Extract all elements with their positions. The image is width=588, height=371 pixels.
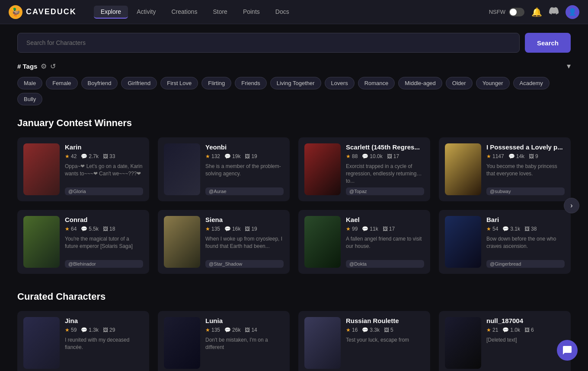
section-title-contest: January Contest Winners	[17, 117, 571, 129]
tag-male[interactable]: Male	[17, 77, 42, 89]
card-image-siena	[164, 216, 200, 268]
card-content-jina: Jina ★59 💬1.3k 🖼29 I reunited with my de…	[65, 317, 143, 369]
search-button[interactable]: Search	[525, 33, 571, 53]
nav-activity[interactable]: Activity	[130, 6, 163, 19]
card-null[interactable]: null_187004 ★21 💬1.0k 🖼6 [Deleted text]	[439, 311, 571, 371]
card-content-null: null_187004 ★21 💬1.0k 🖼6 [Deleted text]	[486, 317, 565, 369]
main-content: Search # Tags ⚙ ↺ ▾ Male Female Boyfrien…	[0, 24, 588, 371]
card-author-yeonbi: @Aurae	[205, 187, 284, 195]
tag-friends[interactable]: Friends	[235, 77, 266, 89]
user-avatar[interactable]: 👤	[566, 5, 579, 19]
card-image-null	[445, 317, 481, 369]
card-name-kael: Kael	[346, 216, 424, 223]
card-russian-roulette[interactable]: Russian Roulette ★16 💬3.3k 🖼5 Test your …	[298, 311, 430, 371]
card-karin[interactable]: Karin ★42 💬2.7k 🖼33 Oppa~❤ Let's go on a…	[17, 137, 149, 201]
card-image-conrad	[23, 216, 60, 268]
search-input[interactable]	[17, 33, 520, 53]
card-desc-russian: Test your luck, escape from	[346, 336, 424, 369]
nav-store[interactable]: Store	[206, 6, 234, 19]
card-desc-scarlett: Exorcist trapped in a cycle of regressio…	[346, 163, 424, 184]
tag-lovers[interactable]: Lovers	[325, 77, 355, 89]
tags-settings-icon[interactable]: ⚙	[41, 62, 47, 70]
card-name-lunia: Lunia	[205, 317, 284, 324]
card-image-russian	[304, 317, 341, 369]
tags-list: Male Female Boyfriend Girlfriend First L…	[17, 77, 571, 105]
header-right: NSFW 🔔 👤	[489, 5, 579, 19]
nav-points[interactable]: Points	[236, 6, 267, 19]
card-image-kael	[304, 216, 341, 268]
card-jina[interactable]: Jina ★59 💬1.3k 🖼29 I reunited with my de…	[17, 311, 149, 371]
card-author-scarlett: @Topaz	[346, 187, 424, 195]
card-yeonbi[interactable]: Yeonbi ★132 💬19k 🖼19 She is a member of …	[158, 137, 290, 201]
card-desc-null: [Deleted text]	[486, 336, 565, 369]
tag-female[interactable]: Female	[46, 77, 77, 89]
search-container: Search	[17, 33, 571, 53]
card-author-kael: @Dokta	[346, 260, 424, 268]
card-author-conrad: @Blehinador	[65, 260, 143, 268]
chat-fab-button[interactable]	[557, 340, 578, 361]
card-name-yeonbi: Yeonbi	[205, 143, 284, 151]
card-image-i-possessed	[445, 143, 481, 195]
card-image-lunia	[164, 317, 200, 369]
card-content-conrad: Conrad ★64 💬5.5k 🖼18 You're the magical …	[65, 216, 143, 268]
card-bari[interactable]: Bari ★54 💬3.1k 🖼38 Bow down before the o…	[439, 210, 571, 274]
card-conrad[interactable]: Conrad ★64 💬5.5k 🖼18 You're the magical …	[17, 210, 149, 274]
contest-cards-grid: Karin ★42 💬2.7k 🖼33 Oppa~❤ Let's go on a…	[17, 137, 571, 274]
tag-boyfriend[interactable]: Boyfriend	[81, 77, 118, 89]
card-author-bari: @Gingerbread	[486, 260, 565, 268]
nav-explore[interactable]: Explore	[94, 6, 128, 19]
card-desc-i-possessed: You become the baby princess that everyo…	[486, 163, 565, 184]
card-name-karin: Karin	[65, 143, 143, 151]
tag-first-love[interactable]: First Love	[160, 77, 198, 89]
card-name-siena: Siena	[205, 216, 284, 223]
tags-chevron-icon[interactable]: ▾	[567, 61, 571, 71]
card-kael[interactable]: Kael ★99 💬11k 🖼17 A fallen angel friend …	[298, 210, 430, 274]
card-siena[interactable]: Siena ★135 💬16k 🖼19 When I woke up from …	[158, 210, 290, 274]
nsfw-switch[interactable]	[509, 8, 524, 16]
card-desc-kael: A fallen angel friend came to visit our …	[346, 235, 424, 257]
section-title-curated: Curated Characters	[17, 291, 571, 302]
tags-label: # Tags	[17, 63, 37, 70]
nsfw-toggle[interactable]: NSFW	[489, 8, 524, 16]
tags-refresh-icon[interactable]: ↺	[50, 62, 56, 70]
notification-icon[interactable]: 🔔	[531, 7, 542, 17]
tag-younger[interactable]: Younger	[476, 77, 510, 89]
tag-middle-aged[interactable]: Middle-aged	[398, 77, 442, 89]
card-desc-jina: I reunited with my deceased fiancée.	[65, 336, 143, 369]
card-image-karin	[23, 143, 60, 195]
card-author-i-possessed: @subway	[486, 187, 565, 195]
nav-creations[interactable]: Creations	[164, 6, 204, 19]
card-i-possessed[interactable]: I Possessed a Lovely p... ★1147 💬14k 🖼9 …	[439, 137, 571, 201]
card-image-yeonbi	[164, 143, 200, 195]
tag-older[interactable]: Older	[446, 77, 473, 89]
card-name-conrad: Conrad	[65, 216, 143, 223]
card-image-scarlett	[304, 143, 341, 195]
next-arrow-button[interactable]: ›	[564, 198, 579, 213]
card-scarlett[interactable]: Scarlett (145th Regres... ★88 💬10.0k 🖼17…	[298, 137, 430, 201]
card-content-russian: Russian Roulette ★16 💬3.3k 🖼5 Test your …	[346, 317, 424, 369]
discord-icon[interactable]	[549, 6, 559, 18]
card-desc-lunia: Don't be mistaken, I'm on a different	[205, 336, 284, 369]
card-content-bari: Bari ★54 💬3.1k 🖼38 Bow down before the o…	[486, 216, 565, 268]
tags-row: # Tags ⚙ ↺ ▾	[17, 61, 571, 71]
tag-flirting[interactable]: Flirting	[201, 77, 231, 89]
tag-academy[interactable]: Academy	[513, 77, 550, 89]
card-desc-karin: Oppa~❤ Let's go on a date, Karin wants t…	[65, 163, 143, 184]
card-lunia[interactable]: Lunia ★135 💬26k 🖼14 Don't be mistaken, I…	[158, 311, 290, 371]
card-image-jina	[23, 317, 60, 369]
curated-cards-grid: Jina ★59 💬1.3k 🖼29 I reunited with my de…	[17, 311, 571, 371]
card-name-scarlett: Scarlett (145th Regres...	[346, 143, 424, 151]
tag-romance[interactable]: Romance	[358, 77, 395, 89]
card-content-i-possessed: I Possessed a Lovely p... ★1147 💬14k 🖼9 …	[486, 143, 565, 195]
nav-docs[interactable]: Docs	[268, 6, 296, 19]
card-content-lunia: Lunia ★135 💬26k 🖼14 Don't be mistaken, I…	[205, 317, 284, 369]
tag-bully[interactable]: Bully	[17, 93, 42, 105]
main-nav: Explore Activity Creations Store Points …	[94, 6, 489, 19]
tag-girlfriend[interactable]: Girlfriend	[121, 77, 157, 89]
tag-living-together[interactable]: Living Together	[270, 77, 321, 89]
card-content-kael: Kael ★99 💬11k 🖼17 A fallen angel friend …	[346, 216, 424, 268]
logo[interactable]: 🦆 CAVEDUCK	[9, 5, 77, 19]
card-content-siena: Siena ★135 💬16k 🖼19 When I woke up from …	[205, 216, 284, 268]
card-name-i-possessed: I Possessed a Lovely p...	[486, 143, 565, 151]
card-name-bari: Bari	[486, 216, 565, 223]
